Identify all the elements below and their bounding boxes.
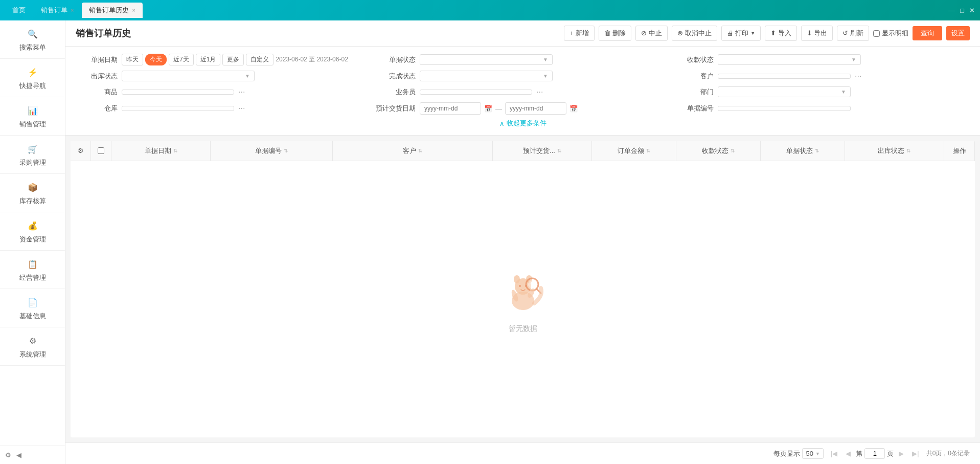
inventory-check-icon: 📦 [26,180,40,194]
collapse-filter-label: 收起更多条件 [507,119,546,128]
tab-sales-order[interactable]: 销售订单 × [34,3,81,18]
first-page-button[interactable]: |◀ [828,449,840,458]
th-payment-status[interactable]: 收款状态 ⇅ [676,141,761,161]
import-button[interactable]: ⬆ 导入 [765,26,797,41]
sidebar-collapse-icon[interactable]: ◀ [16,451,21,459]
close-icon[interactable]: × [132,7,135,13]
date-btn-1month[interactable]: 近1月 [196,54,221,65]
sidebar-item-capital-mgmt[interactable]: 💰 资金管理 [0,212,65,251]
next-page-button[interactable]: ▶ [896,449,907,458]
expected-delivery-control: 📅 — 📅 [420,102,672,115]
collapse-filter-button[interactable]: ∧ 收起更多条件 [76,119,970,128]
sidebar-search[interactable]: 🔍 搜索菜单 [0,20,65,59]
tab-home-label: 首页 [12,6,26,15]
th-checkbox[interactable] [91,141,111,161]
empty-svg [497,265,549,316]
new-button[interactable]: + 新增 [564,26,594,41]
sidebar-item-inventory-check[interactable]: 📦 库存核算 [0,174,65,212]
th-order-status[interactable]: 单据状态 ⇅ [761,141,845,161]
settings-icon[interactable]: ⚙ [78,147,84,154]
calendar-icon[interactable]: 📅 [484,105,492,113]
date-btn-7days[interactable]: 近7天 [169,54,194,65]
date-btn-more[interactable]: 更多 [222,54,244,65]
sidebar-item-quick-nav[interactable]: ⚡ 快捷导航 [0,59,65,97]
sidebar-item-sales-mgmt[interactable]: 📊 销售管理 [0,97,65,136]
delivery-start-date[interactable] [420,102,481,115]
show-detail-checkbox[interactable]: 显示明细 [873,29,908,38]
date-btn-today[interactable]: 今天 [145,54,167,65]
th-number[interactable]: 单据编号 ⇅ [211,141,333,161]
query-button[interactable]: 查询 [913,26,942,40]
sidebar-item-purchase-mgmt[interactable]: 🛒 采购管理 [0,136,65,174]
product-label: 商品 [76,87,122,97]
stop-button[interactable]: ⊘ 中止 [635,26,668,41]
th-customer[interactable]: 客户 ⇅ [333,141,493,161]
payment-status-select[interactable]: ▼ [718,54,861,65]
empty-text: 暂无数据 [509,324,537,334]
salesperson-more-icon[interactable]: ··· [534,87,545,97]
warehouse-input[interactable] [122,106,234,111]
main-layout: 🔍 搜索菜单 ⚡ 快捷导航 📊 销售管理 🛒 采购管理 📦 库存核算 💰 资金管… [0,20,980,464]
outbound-status-control: ▼ [122,71,374,81]
filter-area: 单据日期 昨天 今天 近7天 近1月 更多 自定义 2023-06-02 至 2… [65,47,980,136]
th-date[interactable]: 单据日期 ⇅ [111,141,211,161]
calendar-icon[interactable]: 📅 [569,105,578,113]
filter-cell-date: 单据日期 昨天 今天 近7天 近1月 更多 自定义 2023-06-02 至 2… [76,54,374,65]
sidebar-item-basic-info[interactable]: 📄 基础信息 [0,289,65,327]
cancel-stop-button[interactable]: ⊗ 取消中止 [672,26,717,41]
filter-cell-department: 部门 ▼ [672,86,970,97]
th-settings[interactable]: ⚙ [71,141,91,161]
delivery-end-date[interactable] [505,102,566,115]
max-button[interactable]: □ [960,7,964,14]
th-amount[interactable]: 订单金额 ⇅ [592,141,676,161]
salesperson-input[interactable] [420,90,532,95]
th-delivery[interactable]: 预计交货... ⇅ [493,141,592,161]
product-input[interactable] [122,90,234,95]
page-size-box[interactable]: 50 ▼ [802,448,823,459]
refresh-button[interactable]: ↺ 刷新 [837,26,869,41]
select-all-checkbox[interactable] [98,147,104,154]
tab-sales-order-label: 销售订单 [41,6,67,15]
empty-state: 暂无数据 [71,161,975,437]
sort-icon: ⇅ [815,148,819,153]
customer-more-icon[interactable]: ··· [853,72,863,81]
show-detail-check[interactable] [873,30,880,37]
customer-input[interactable] [718,74,851,79]
new-button-label: + 新增 [569,29,588,38]
min-button[interactable]: — [948,7,955,14]
outbound-status-select[interactable]: ▼ [122,71,255,81]
close-icon[interactable]: × [71,7,74,13]
window-controls: — □ ✕ [948,7,975,14]
purchase-mgmt-icon: 🛒 [26,142,40,156]
product-more-icon[interactable]: ··· [236,87,247,97]
salesperson-label: 业务员 [374,87,420,97]
prev-page-button[interactable]: ◀ [842,449,854,458]
print-button[interactable]: 🖨 打印 ▼ [721,26,761,41]
sidebar-bottom: ⚙ ◀ [0,446,65,464]
doc-number-input[interactable] [718,106,851,111]
warehouse-more-icon[interactable]: ··· [236,104,247,113]
tab-bar: 首页 销售订单 × 销售订单历史 × [5,3,948,18]
department-select[interactable]: ▼ [718,86,851,97]
page-number-input[interactable] [864,448,885,459]
th-warehouse-status[interactable]: 出库状态 ⇅ [845,141,944,161]
sort-icon: ⇅ [284,148,288,153]
setting-button[interactable]: 设置 [946,26,970,40]
sidebar-item-sys-mgmt[interactable]: ⚙ 系统管理 [0,327,65,366]
tab-home[interactable]: 首页 [5,3,33,18]
order-status-select[interactable]: ▼ [420,54,553,65]
sidebar-item-ops-mgmt[interactable]: 📋 经营管理 [0,251,65,289]
delete-button[interactable]: 🗑 删除 [599,26,632,41]
close-button[interactable]: ✕ [969,7,975,14]
sidebar-item-purchase-mgmt-label: 采购管理 [19,158,46,167]
date-btn-custom[interactable]: 自定义 [246,54,274,65]
last-page-button[interactable]: ▶| [909,449,922,458]
export-button[interactable]: ⬇ 导出 [801,26,833,41]
print-button-label: 🖨 打印 [727,29,749,38]
tab-sales-order-history[interactable]: 销售订单历史 × [82,3,142,18]
svg-point-2 [514,275,520,283]
chevron-down-icon: ▼ [543,73,548,79]
date-btn-yesterday[interactable]: 昨天 [122,54,143,65]
complete-status-select[interactable]: ▼ [420,71,553,81]
sidebar-settings-icon[interactable]: ⚙ [5,451,11,459]
